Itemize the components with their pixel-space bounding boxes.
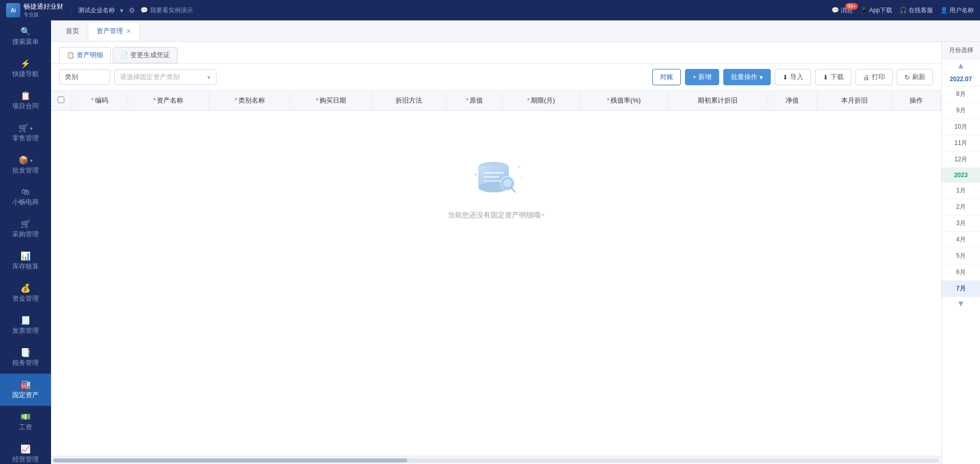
- sidebar-label-salary: 工资: [4, 423, 47, 432]
- month-6[interactable]: 6月: [942, 264, 980, 281]
- sidebar-label-purchase: 采购管理: [4, 230, 47, 239]
- sidebar-item-search[interactable]: 🔍 搜索菜单: [0, 20, 51, 53]
- month-10[interactable]: 10月: [942, 119, 980, 135]
- sidebar-item-fund[interactable]: 💰 资金管理: [0, 277, 51, 309]
- batch-arrow-icon: ▾: [30, 158, 33, 163]
- col-category: *类别名称: [209, 91, 290, 111]
- svg-point-11: [521, 177, 522, 178]
- sidebar-label-fund: 资金管理: [4, 294, 47, 303]
- phone-icon: 📱: [860, 7, 868, 14]
- brand-name: 畅捷通好业财: [23, 2, 63, 11]
- sidebar-item-invoice[interactable]: 🧾 发票管理: [0, 309, 51, 341]
- sidebar-item-stock[interactable]: 📊 库存核算: [0, 245, 51, 277]
- download-button[interactable]: ⬇ 下载: [815, 69, 851, 85]
- bottom-scrollbar[interactable]: [51, 456, 941, 464]
- brand: Ai 畅捷通好业财 专业版: [6, 2, 63, 18]
- month-11[interactable]: 11月: [942, 135, 980, 152]
- separator: [70, 5, 71, 15]
- sidebar-item-retail[interactable]: 🛒 ▾ 零售管理: [0, 117, 51, 149]
- settings-icon[interactable]: ⚙: [129, 6, 135, 14]
- col-residual-rate: *残值率(%): [580, 91, 668, 111]
- month-7[interactable]: 7月: [942, 281, 980, 297]
- month-down-nav[interactable]: ▼: [942, 297, 980, 310]
- empty-state: 当前您还没有固定资产明细哦~: [51, 111, 941, 261]
- refresh-icon: ↻: [904, 74, 910, 81]
- tab-assets[interactable]: 资产管理 ✕: [88, 22, 140, 40]
- month-up-nav[interactable]: ▲: [942, 59, 980, 72]
- tab-close-icon[interactable]: ✕: [126, 28, 131, 35]
- message-badge: 99+: [845, 3, 858, 10]
- scroll-track: [53, 458, 939, 462]
- detail-icon: 📋: [67, 52, 75, 59]
- batch-icon: 📦: [18, 155, 29, 165]
- select-all-checkbox[interactable]: [58, 96, 64, 103]
- month-year-label[interactable]: 2022.07: [942, 72, 980, 86]
- sidebar-item-project[interactable]: 📋 项目合同: [0, 85, 51, 117]
- reconcile-button[interactable]: 对账: [652, 69, 681, 85]
- month-5[interactable]: 5月: [942, 248, 980, 264]
- sidebar-label-ecom: 小畅电商: [4, 198, 47, 207]
- import-button[interactable]: ⬇ 导入: [775, 69, 811, 85]
- service-btn[interactable]: 🎧 在线客服: [899, 6, 933, 15]
- user-menu[interactable]: 👤 用户名称: [940, 6, 974, 15]
- retail-arrow-icon: ▾: [30, 126, 33, 131]
- refresh-button[interactable]: ↻ 刷新: [897, 69, 933, 85]
- sidebar-item-batch[interactable]: 📦 ▾ 批发管理: [0, 149, 51, 181]
- sidebar-label-stock: 库存核算: [4, 262, 47, 271]
- retail-icon: 🛒: [18, 123, 29, 133]
- invoice-icon: 🧾: [4, 315, 47, 325]
- col-accumulated: 期初累计折旧: [668, 91, 768, 111]
- month-panel: 月份选择 ▲ 2022.07 8月 9月 10月 11月 12月 2023 1月…: [941, 42, 980, 464]
- demo-link[interactable]: 💬 我要看实例演示: [140, 6, 193, 15]
- month-4[interactable]: 4月: [942, 232, 980, 248]
- sidebar-item-purchase[interactable]: 🛒 采购管理: [0, 213, 51, 245]
- col-depreciation: 折旧方法: [372, 91, 446, 111]
- search-icon: 🔍: [4, 27, 47, 36]
- demo-icon: 💬: [140, 7, 148, 14]
- sidebar-item-quicknav[interactable]: ⚡ 快捷导航: [0, 53, 51, 85]
- app-download-btn[interactable]: 📱 App下载: [860, 6, 892, 15]
- svg-rect-3: [483, 172, 504, 174]
- month-8[interactable]: 8月: [942, 86, 980, 103]
- company-dropdown[interactable]: ▾: [120, 7, 124, 14]
- batch-button[interactable]: 批量操作 ▾: [723, 69, 771, 85]
- sidebar-item-assets[interactable]: 🏭 固定资产: [0, 374, 51, 406]
- col-checkbox: [51, 91, 71, 111]
- col-name: *资产名称: [128, 91, 209, 111]
- topbar: Ai 畅捷通好业财 专业版 测试企业名称 ▾ ⚙ 💬 我要看实例演示 💬 消息 …: [0, 0, 980, 20]
- month-2[interactable]: 2月: [942, 199, 980, 215]
- col-original-value: *原值: [446, 91, 502, 111]
- sidebar-item-salary[interactable]: 💵 工资: [0, 406, 51, 438]
- col-buy-date: *购买日期: [290, 91, 372, 111]
- month-12[interactable]: 12月: [942, 152, 980, 168]
- add-button[interactable]: + 新增: [685, 69, 719, 85]
- company-name[interactable]: 测试企业名称: [78, 6, 115, 15]
- inner-content: 📋 资产明细 📄 变更生成凭证 类别 请选择固定资产类别 ▾: [51, 42, 980, 464]
- month-9[interactable]: 9月: [942, 103, 980, 119]
- message-icon: 💬: [831, 7, 839, 14]
- sidebar-item-tax[interactable]: 📑 税务管理: [0, 341, 51, 374]
- subtab-detail[interactable]: 📋 资产明细: [59, 47, 111, 63]
- print-button[interactable]: 🖨 打印: [855, 69, 893, 85]
- main-layout: 🔍 搜索菜单 ⚡ 快捷导航 📋 项目合同 🛒 ▾ 零售管理 📦 ▾ 批发管理: [0, 20, 980, 464]
- ops-icon: 📈: [4, 444, 47, 454]
- purchase-icon: 🛒: [4, 219, 47, 229]
- download-icon: ⬇: [823, 74, 828, 81]
- sidebar-item-ecom[interactable]: 🛍 小畅电商: [0, 181, 51, 213]
- subtab-voucher[interactable]: 📄 变更生成凭证: [113, 47, 178, 63]
- category-select[interactable]: 类别: [59, 69, 110, 85]
- sidebar-label-batch: 批发管理: [4, 166, 47, 175]
- col-monthly-depr: 本月折旧: [817, 91, 892, 111]
- category-input[interactable]: 请选择固定资产类别 ▾: [114, 69, 216, 85]
- col-net-value: 净值: [768, 91, 817, 111]
- message-btn[interactable]: 💬 消息 99+: [831, 6, 853, 15]
- month-1[interactable]: 1月: [942, 183, 980, 199]
- assets-icon: 🏭: [4, 380, 47, 389]
- import-icon: ⬇: [782, 74, 788, 81]
- tab-home[interactable]: 首页: [57, 22, 88, 40]
- sidebar-item-ops[interactable]: 📈 经营管理: [0, 438, 51, 464]
- toolbar-right: 对账 + 新增 批量操作 ▾ ⬇ 导入 ⬇ 下载: [652, 69, 933, 85]
- sidebar-label-tax: 税务管理: [4, 358, 47, 368]
- assets-table: *编码 *资产名称 *类别名称 *购买日期 折旧方法 *原值 *期限(月) *残…: [51, 91, 941, 261]
- month-3[interactable]: 3月: [942, 215, 980, 232]
